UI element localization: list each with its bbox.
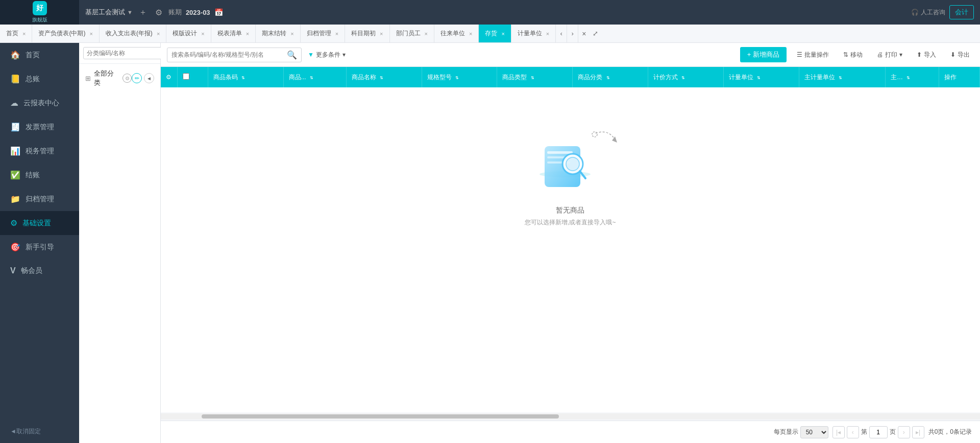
tab-close-all-button[interactable]: × [578,25,590,43]
sidebar-item-reports[interactable]: ☁ 云报表中心 [0,91,79,115]
th-main-unit[interactable]: 主计量单位 ⇅ [799,67,885,87]
import-label: 导入 [924,51,936,59]
sort-arrows-icon: ⇅ [380,76,383,80]
tab-close-icon[interactable]: × [246,31,249,37]
grid-icon: ⊞ [85,75,91,82]
th-code[interactable]: 商品... ⇅ [283,67,346,87]
tab-template-design[interactable]: 模版设计 × [166,25,211,43]
empty-title: 暂无商品 [556,206,584,215]
sidebar-item-ledger[interactable]: 📒 总账 [0,67,79,91]
tab-subject-initial[interactable]: 科目期初 × [345,25,389,43]
th-actions-label: 操作 [944,74,957,81]
th-checkbox[interactable] [177,67,208,87]
tab-period-transfer[interactable]: 期末结转 × [256,25,300,43]
tab-department-staff[interactable]: 部门员工 × [390,25,434,43]
th-unit[interactable]: 计量单位 ⇅ [723,67,799,87]
sidebar-item-home[interactable]: 🏠 首页 [0,43,79,67]
sidebar-item-basic-settings[interactable]: ⚙ 基础设置 [0,211,79,235]
tab-close-icon[interactable]: × [22,31,26,37]
tab-inventory[interactable]: 存货 × [479,25,511,43]
sidebar-item-guide[interactable]: 🎯 新手引导 [0,235,79,259]
horizontal-scrollbar[interactable] [161,413,980,419]
more-filter-label: 更多条件 [316,51,340,59]
th-main2[interactable]: 主… ⇅ [885,67,939,87]
tab-close-icon[interactable]: × [290,31,293,37]
tab-tax-list[interactable]: 税表清单 × [211,25,256,43]
tab-balance-sheet[interactable]: 资产负债表(中期) × [32,25,99,43]
pagination-bar: 每页显示 50 100 200 |◂ ‹ 第 页 › [161,421,980,443]
edit-icon[interactable]: ✏ [132,73,142,83]
tab-archive-management[interactable]: 归档管理 × [301,25,345,43]
tab-label: 存货 [485,29,497,38]
sidebar-item-invoice[interactable]: 🧾 发票管理 [0,115,79,139]
tab-label: 科目期初 [351,29,376,38]
tab-close-icon[interactable]: × [425,31,428,37]
per-page-select[interactable]: 50 100 200 [800,426,828,438]
sidebar-item-archive[interactable]: 📁 归档管理 [0,187,79,211]
th-settings[interactable]: ⚙ [161,67,177,87]
th-type[interactable]: 商品类型 ⇅ [497,67,573,87]
tab-close-icon[interactable]: × [546,31,549,37]
th-category[interactable]: 商品分类 ⇅ [573,67,648,87]
sort-arrows-icon: ⇅ [757,76,761,80]
account-button[interactable]: 会计 [949,5,974,19]
tab-prev-button[interactable]: ‹ [556,25,567,43]
settings-circle-icon[interactable]: ⚙ [122,74,132,83]
tab-label: 收入支出表(年报) [106,29,153,38]
add-product-button[interactable]: + 新增商品 [740,47,787,62]
add-company-button[interactable]: ＋ [137,5,149,20]
th-spec[interactable]: 规格型号 ⇅ [422,67,497,87]
th-name[interactable]: 商品名称 ⇅ [346,67,422,87]
scrollbar-thumb[interactable] [202,414,559,418]
sidebar-item-tax[interactable]: 📊 税务管理 [0,139,79,163]
th-barcode[interactable]: 商品条码 ⇅ [208,67,283,87]
filter-icon: ▼ [308,51,314,58]
settings-gear-button[interactable]: ⚙ [153,6,164,19]
add-label: + 新增商品 [747,50,779,59]
tab-close-icon[interactable]: × [335,31,338,37]
collapse-panel-button[interactable]: ◄ [144,73,154,83]
tab-close-icon[interactable]: × [89,31,92,37]
th-pricing[interactable]: 计价方式 ⇅ [648,67,724,87]
last-page-button[interactable]: ▸| [912,426,924,438]
move-button[interactable]: ⇅ 移动 [839,49,867,61]
tab-unit[interactable]: 计量单位 × [511,25,556,43]
first-page-button[interactable]: |◂ [832,426,845,438]
import-button[interactable]: ⬆ 导入 [913,49,940,61]
page-number-input[interactable] [869,426,888,438]
print-label: 打印 [885,51,897,59]
tab-contacts[interactable]: 往来单位 × [434,25,479,43]
print-button[interactable]: 🖨 打印 ▾ [873,49,906,61]
export-button[interactable]: ⬇ 导出 [946,49,974,61]
print-icon: 🖨 [877,51,883,58]
tab-income-statement[interactable]: 收入支出表(年报) × [100,25,166,43]
next-page-button[interactable]: › [898,426,910,438]
svg-point-6 [566,157,579,171]
tab-close-icon[interactable]: × [469,31,472,37]
category-search-input[interactable] [83,47,167,59]
company-selector[interactable]: 基层工会测试 ▼ [85,8,133,17]
tab-homepage[interactable]: 首页 × [0,25,32,43]
sidebar-item-member[interactable]: V 畅会员 [0,259,79,283]
product-search-icon[interactable]: 🔍 [287,50,297,60]
more-filter-button[interactable]: ▼ 更多条件 ▾ [308,51,346,59]
calendar-icon[interactable]: 📅 [214,8,223,16]
tab-close-icon[interactable]: × [157,31,160,37]
tab-close-icon[interactable]: × [380,31,383,37]
batch-operation-button[interactable]: ☰ 批量操作 [793,49,833,61]
sidebar-unpin-button[interactable]: ◄取消固定 [0,420,79,443]
service-button[interactable]: 🎧 人工咨询 [911,8,945,17]
prev-page-button[interactable]: ‹ [847,426,859,438]
sidebar-item-settle[interactable]: ✅ 结账 [0,163,79,187]
category-all-item[interactable]: ⊞ 全部分类 ⚙ ✏ ◄ [79,64,160,92]
th-main2-label: 主… [891,74,903,81]
sidebar-label: 税务管理 [26,147,54,156]
tab-close-icon[interactable]: × [201,31,204,37]
tab-close-icon[interactable]: × [501,31,504,37]
product-search-input[interactable] [172,51,284,58]
invoice-icon: 🧾 [10,122,20,132]
tab-next-button[interactable]: › [567,25,578,43]
tab-expand-button[interactable]: ⤢ [590,25,601,43]
logo-area: 好 旗舰版 [0,0,79,25]
select-all-checkbox[interactable] [183,73,189,80]
